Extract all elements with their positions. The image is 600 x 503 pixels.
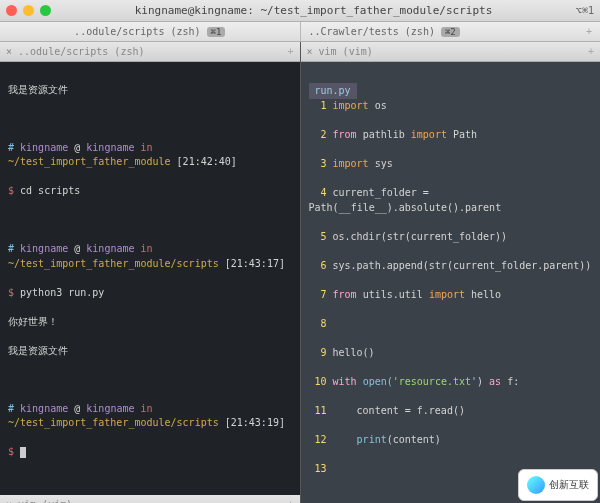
window-titlebar: kingname@kingname: ~/test_import_father_… [0,0,600,22]
minimize-icon[interactable] [23,5,34,16]
prompt-dollar: $ [8,185,14,196]
cursor-icon [20,447,26,458]
prompt-host: kingname [86,142,134,153]
tab-label: ..odule/scripts (zsh) [74,26,200,37]
prompt-time: [21:42:40] [177,156,237,167]
prompt-dollar: $ [8,446,14,457]
watermark-text: 创新互联 [549,478,589,492]
traffic-lights [6,5,51,16]
add-pane-icon[interactable]: + [287,46,293,57]
close-tab-icon[interactable]: × [6,46,12,57]
window-shortcut: ⌥⌘1 [576,5,594,16]
pane-tab-row: × ..odule/scripts (zsh) + [0,42,300,62]
prompt-in: in [141,142,153,153]
close-tab-icon[interactable]: × [307,46,313,57]
watermark-logo: 创新互联 [518,469,598,501]
tmux-tab-right[interactable]: ..Crawler/tests (zsh) ⌘2 + [301,22,601,41]
pane-tab-row: × vim (vim) + [0,495,300,504]
pane-tab-label[interactable]: vim (vim) [319,46,373,57]
prompt-hash: # [8,142,14,153]
command: cd scripts [20,185,80,196]
add-tab-icon[interactable]: + [586,26,592,37]
terminal-output: 你好世界！ [8,315,292,330]
terminal-pane-top-left[interactable]: 我是资源文件 # kingname @ kingname in ~/test_i… [0,62,300,495]
tab-shortcut-badge: ⌘1 [207,27,226,37]
vim-tab[interactable]: run.py [309,83,357,100]
prompt-path: ~/test_import_father_module [8,156,171,167]
tmux-tab-left[interactable]: ..odule/scripts (zsh) ⌘1 [0,22,301,41]
tmux-status-top: ..odule/scripts (zsh) ⌘1 ..Crawler/tests… [0,22,600,42]
prompt-at: @ [74,142,80,153]
prompt-user: kingname [20,142,68,153]
add-pane-icon[interactable]: + [287,499,293,504]
pane-tab-label[interactable]: ..odule/scripts (zsh) [18,46,144,57]
add-pane-icon[interactable]: + [588,46,594,57]
zoom-icon[interactable] [40,5,51,16]
close-tab-icon[interactable]: × [6,499,12,504]
terminal-output: 我是资源文件 [8,344,292,359]
vim-pane-top-right[interactable]: run.py 1import os 2from pathlib import P… [301,62,601,503]
tab-shortcut-badge: ⌘2 [441,27,460,37]
watermark-icon [527,476,545,494]
terminal-output: 我是资源文件 [8,83,292,98]
pane-tab-row: × vim (vim) + [301,42,601,62]
pane-tab-label[interactable]: vim (vim) [18,499,72,504]
window-title: kingname@kingname: ~/test_import_father_… [51,4,576,17]
command: python3 run.py [20,287,104,298]
tab-label: ..Crawler/tests (zsh) [309,26,435,37]
close-icon[interactable] [6,5,17,16]
